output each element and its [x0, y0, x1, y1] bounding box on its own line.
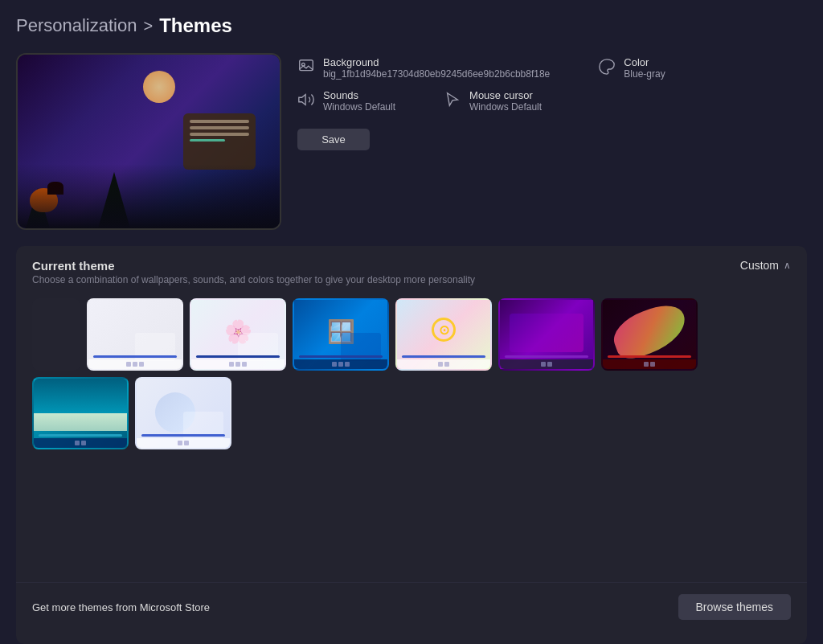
preview-window-line-2: [190, 126, 249, 129]
theme-item-dark-flower[interactable]: [601, 298, 698, 371]
breadcrumb-current: Themes: [159, 14, 232, 37]
themes-row-1: 🌸 🪟: [32, 298, 791, 371]
background-value: big_1fb1d94be17304d80eb9245d6ee9b2b6cbb8…: [323, 68, 550, 80]
taskbar-dot: [133, 362, 137, 367]
taskbar-dot: [338, 362, 343, 367]
preview-window-line-3: [190, 133, 249, 136]
settings-page: Personalization > Themes: [0, 0, 823, 644]
theme-item-purple[interactable]: [498, 298, 595, 371]
browse-themes-button[interactable]: Browse themes: [678, 594, 791, 620]
theme-item-bloom[interactable]: 🌸: [190, 298, 286, 371]
background-info[interactable]: Background big_1fb1d94be17304d80eb9245d6…: [297, 56, 550, 80]
preview-background: [18, 55, 280, 228]
themes-row-2: [32, 377, 791, 449]
color-info[interactable]: Color Blue-gray: [598, 56, 665, 80]
themes-header: Current theme Choose a combination of wa…: [32, 259, 791, 285]
save-button[interactable]: Save: [297, 129, 370, 150]
color-icon: [598, 58, 616, 76]
background-label: Background: [323, 56, 550, 68]
taskbar-dot: [541, 362, 546, 367]
mouse-cursor-text: Mouse cursor Windows Default: [469, 89, 542, 113]
sounds-label: Sounds: [323, 89, 395, 101]
theme-taskbar-7: [34, 438, 127, 448]
color-label: Color: [624, 56, 665, 68]
theme-blue-inner: 🪟: [294, 300, 387, 369]
theme-item-white-abstract[interactable]: [135, 377, 231, 449]
theme-label-bar-5: [505, 355, 588, 358]
info-row-1: Background big_1fb1d94be17304d80eb9245d6…: [297, 56, 665, 80]
color-value: Blue-gray: [624, 68, 665, 80]
theme-taskbar-6: [603, 359, 696, 369]
themes-subtitle: Choose a combination of wallpapers, soun…: [32, 274, 475, 285]
taskbar-dot: [75, 441, 80, 445]
theme-item-blue[interactable]: 🪟: [293, 298, 389, 371]
sounds-text: Sounds Windows Default: [323, 89, 395, 113]
themes-panel: Current theme Choose a combination of wa…: [16, 246, 807, 644]
taskbar-dot: [438, 362, 443, 367]
taskbar-dot: [242, 362, 247, 367]
theme-item-flower[interactable]: ⊙: [395, 298, 492, 371]
taskbar-dot: [139, 362, 144, 367]
themes-current-indicator[interactable]: Custom ∧: [740, 259, 791, 272]
theme-preview: [16, 53, 281, 230]
svg-marker-2: [299, 95, 305, 105]
taskbar-dot: [444, 362, 449, 367]
theme-label-bar-6: [608, 355, 691, 358]
background-text: Background big_1fb1d94be17304d80eb9245d6…: [323, 56, 550, 80]
taskbar-dot: [184, 441, 189, 445]
preview-window-accent: [190, 139, 225, 142]
theme-item-light[interactable]: [87, 298, 183, 371]
theme-purple-inner: [500, 300, 593, 369]
preview-trees-overlay: [18, 164, 280, 228]
top-section: Background big_1fb1d94be17304d80eb9245d6…: [16, 53, 807, 230]
breadcrumb: Personalization > Themes: [16, 14, 807, 37]
taskbar-dot: [235, 362, 240, 367]
theme-taskbar-8: [137, 438, 230, 448]
theme-light-inner: [88, 300, 182, 369]
taskbar-dot: [650, 362, 655, 367]
theme-taskbar-2: [191, 359, 285, 369]
preview-moon: [143, 71, 175, 103]
breadcrumb-separator: >: [143, 17, 153, 35]
info-row-2: Sounds Windows Default Mouse cursor Wind…: [297, 89, 665, 113]
mouse-cursor-info[interactable]: Mouse cursor Windows Default: [444, 89, 542, 113]
theme-label-bar-7: [39, 434, 122, 437]
theme-label-bar-8: [141, 434, 225, 437]
breadcrumb-parent[interactable]: Personalization: [16, 15, 137, 36]
taskbar-dot: [81, 441, 86, 445]
bottom-bar: Get more themes from Microsoft Store Bro…: [16, 582, 807, 631]
sounds-value: Windows Default: [323, 101, 395, 113]
theme-label-bar-3: [299, 355, 383, 358]
mouse-cursor-value: Windows Default: [469, 101, 542, 113]
theme-taskbar-4: [397, 359, 490, 369]
theme-taskbar-5: [500, 359, 593, 369]
taskbar-dot: [547, 362, 552, 367]
themes-title-block: Current theme Choose a combination of wa…: [32, 259, 475, 285]
mouse-cursor-label: Mouse cursor: [469, 89, 542, 101]
taskbar-dot: [126, 362, 131, 367]
themes-grid: 🌸 🪟: [32, 298, 791, 582]
theme-flower-inner: ⊙: [397, 300, 490, 369]
taskbar-dot: [644, 362, 649, 367]
color-text: Color Blue-gray: [624, 56, 665, 80]
theme-taskbar: [88, 359, 182, 369]
theme-dark-flower-inner: [603, 300, 696, 369]
theme-label-bar-2: [196, 355, 280, 358]
taskbar-dot: [345, 362, 350, 367]
theme-bloom-inner: 🌸: [191, 300, 285, 369]
theme-white-inner: [137, 379, 230, 448]
preview-window: [183, 113, 256, 170]
background-icon: [297, 58, 315, 76]
theme-item-beach[interactable]: [32, 377, 129, 449]
taskbar-dot: [332, 362, 337, 367]
preview-window-line-1: [190, 120, 249, 123]
taskbar-dot: [178, 441, 182, 445]
theme-label-bar: [93, 355, 177, 358]
theme-label-bar-4: [402, 355, 485, 358]
theme-beach-inner: [34, 379, 127, 448]
theme-placeholder: [32, 298, 80, 371]
theme-taskbar-3: [294, 359, 387, 369]
mouse-cursor-icon: [444, 91, 461, 109]
sounds-info[interactable]: Sounds Windows Default: [297, 89, 395, 113]
themes-active-label: Custom: [740, 259, 779, 272]
